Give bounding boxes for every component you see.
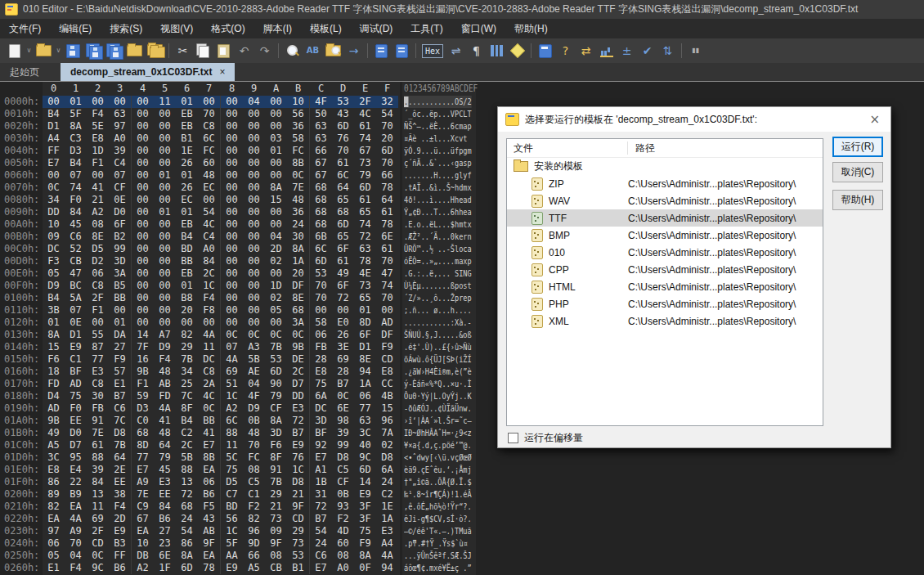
- hex-byte[interactable]: 23: [154, 537, 176, 550]
- hex-byte[interactable]: 09: [43, 231, 65, 243]
- hex-byte[interactable]: D5: [87, 243, 109, 255]
- hex-byte[interactable]: 63: [310, 133, 332, 145]
- hex-byte[interactable]: 7B: [176, 353, 198, 366]
- hex-byte[interactable]: 00: [221, 96, 243, 108]
- hex-byte[interactable]: 00: [154, 243, 176, 255]
- hex-byte[interactable]: A3: [243, 341, 265, 353]
- hex-byte[interactable]: 1C: [221, 525, 243, 537]
- save-all-button[interactable]: [104, 41, 124, 61]
- hex-byte[interactable]: F9: [109, 353, 131, 366]
- hex-byte[interactable]: 00: [310, 304, 332, 317]
- hex-byte[interactable]: 08: [332, 550, 354, 562]
- hex-byte[interactable]: 69: [221, 366, 243, 378]
- hex-byte[interactable]: 93: [332, 501, 354, 513]
- hex-byte[interactable]: 2C: [198, 267, 220, 280]
- hex-byte[interactable]: 77: [87, 353, 109, 366]
- hex-byte[interactable]: 08: [265, 550, 287, 562]
- hex-byte[interactable]: 3A: [287, 317, 309, 329]
- hex-byte[interactable]: F3: [43, 255, 65, 267]
- hex-byte[interactable]: 1B: [310, 476, 332, 488]
- ascii-cell[interactable]: ‚ê.ôÉ„hõ½ò!Ÿr“?.: [404, 501, 472, 513]
- hex-byte[interactable]: 00: [132, 255, 154, 267]
- ascii-cell[interactable]: óËÒ=..»„....maxp: [404, 255, 472, 267]
- hex-byte[interactable]: 6E: [154, 550, 176, 562]
- menu-item-window[interactable]: 窗口(W): [452, 19, 505, 38]
- hex-byte[interactable]: 00: [265, 218, 287, 231]
- hex-byte[interactable]: 61: [354, 120, 376, 133]
- hex-byte[interactable]: 00: [221, 280, 243, 292]
- hex-byte[interactable]: 2A: [198, 378, 220, 390]
- hex-byte[interactable]: 8B: [198, 451, 220, 464]
- hex-byte[interactable]: F4: [87, 108, 109, 120]
- hex-byte[interactable]: AD: [43, 402, 65, 415]
- hex-byte[interactable]: 5B: [176, 451, 198, 464]
- hex-byte[interactable]: 7C: [176, 390, 198, 402]
- hex-byte[interactable]: 96: [243, 525, 265, 537]
- hex-byte[interactable]: D3: [65, 145, 87, 157]
- hex-byte[interactable]: DF: [376, 329, 398, 341]
- tab-start-page[interactable]: 起始页: [0, 63, 49, 81]
- hex-byte[interactable]: 00: [87, 317, 109, 329]
- hex-byte[interactable]: 6F: [332, 243, 354, 255]
- replace-button[interactable]: AB: [303, 41, 323, 61]
- hex-byte[interactable]: 78: [198, 562, 220, 574]
- hex-byte[interactable]: 40: [354, 439, 376, 451]
- hex-byte[interactable]: 00: [221, 182, 243, 194]
- hex-byte[interactable]: E7: [310, 451, 332, 464]
- hex-byte[interactable]: 7B: [265, 476, 287, 488]
- hex-byte[interactable]: 00: [154, 267, 176, 280]
- hex-byte[interactable]: 15: [376, 402, 398, 415]
- hex-byte[interactable]: 2F: [87, 292, 109, 304]
- hex-byte[interactable]: 00: [221, 108, 243, 120]
- hex-byte[interactable]: 00: [87, 169, 109, 182]
- hex-byte[interactable]: 6E: [376, 231, 398, 243]
- hex-byte[interactable]: 53: [332, 96, 354, 108]
- hex-byte[interactable]: 3C: [43, 451, 65, 464]
- hex-byte[interactable]: 0C: [332, 390, 354, 402]
- hex-byte[interactable]: 15: [43, 341, 65, 353]
- hex-byte[interactable]: 6F: [354, 329, 376, 341]
- hex-byte[interactable]: 1D: [265, 280, 287, 292]
- hex-byte[interactable]: 73: [265, 513, 287, 525]
- hex-byte[interactable]: 11: [87, 501, 109, 513]
- hex-byte[interactable]: 73: [354, 280, 376, 292]
- hex-byte[interactable]: 76: [332, 133, 354, 145]
- hex-byte[interactable]: 06: [43, 537, 65, 550]
- hex-byte[interactable]: 1C: [287, 464, 309, 476]
- hex-byte[interactable]: E8: [376, 366, 398, 378]
- hex-byte[interactable]: 00: [132, 182, 154, 194]
- histogram-button[interactable]: [596, 41, 617, 61]
- hex-byte[interactable]: 4A: [221, 353, 243, 366]
- hex-byte[interactable]: 00: [132, 317, 154, 329]
- hex-byte[interactable]: 00: [243, 280, 265, 292]
- hex-byte[interactable]: 48: [154, 366, 176, 378]
- hex-byte[interactable]: A4: [43, 133, 65, 145]
- paste-button[interactable]: [213, 41, 234, 61]
- hex-byte[interactable]: C0: [132, 415, 154, 427]
- pause-button[interactable]: ▮▮: [685, 41, 706, 61]
- hex-byte[interactable]: 00: [221, 218, 243, 231]
- hex-byte[interactable]: B3: [109, 537, 131, 550]
- hex-byte[interactable]: 41: [198, 427, 220, 439]
- hex-byte[interactable]: 66: [310, 145, 332, 157]
- hex-byte[interactable]: 70: [376, 292, 398, 304]
- hex-byte[interactable]: 64: [109, 451, 131, 464]
- hex-byte[interactable]: 11: [154, 96, 176, 108]
- hex-byte[interactable]: BD: [176, 243, 198, 255]
- hex-byte[interactable]: 61: [376, 243, 398, 255]
- hex-byte[interactable]: 60: [198, 157, 220, 169]
- hex-byte[interactable]: 0C: [287, 169, 309, 182]
- hex-byte[interactable]: F5: [198, 501, 220, 513]
- hex-byte[interactable]: 60: [332, 537, 354, 550]
- hex-byte[interactable]: 74: [376, 280, 398, 292]
- hex-byte[interactable]: 92: [310, 439, 332, 451]
- template-row-php[interactable]: PHPC:\Users\Administr...plates\Repositor…: [507, 295, 823, 312]
- hex-byte[interactable]: 84: [87, 476, 109, 488]
- hex-byte[interactable]: 00: [243, 157, 265, 169]
- ascii-cell[interactable]: èä9.çEˆêu.‘.¡Åmj: [404, 464, 472, 476]
- ascii-cell[interactable]: .G.:..ë,... SING: [404, 267, 472, 280]
- open-file-button[interactable]: [34, 41, 54, 61]
- hex-byte[interactable]: E1: [43, 562, 65, 574]
- hex-byte[interactable]: 64: [332, 182, 354, 194]
- hex-byte[interactable]: 7A: [376, 427, 398, 439]
